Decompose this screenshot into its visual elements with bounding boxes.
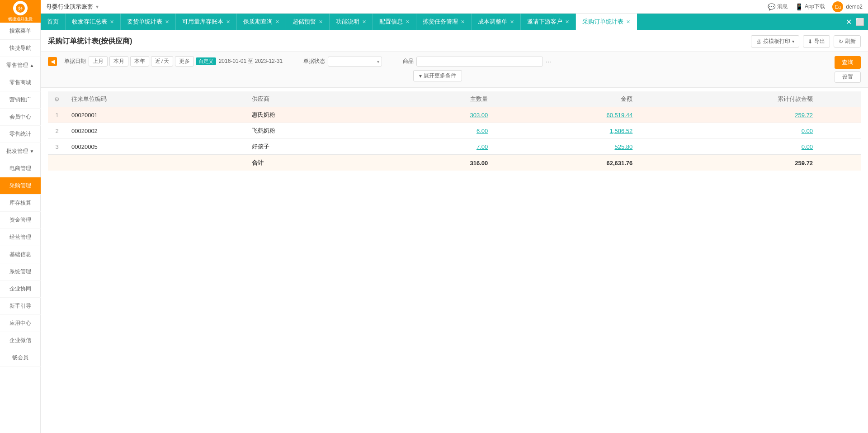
tab-home[interactable]: 首页 [41,14,66,30]
close-icon[interactable]: ✕ [110,19,114,25]
close-window-icon[interactable]: ✕ [846,18,852,26]
sidebar-item-app-center[interactable]: 应用中心 [0,315,41,332]
date-btn-7days[interactable]: 近7天 [151,56,173,67]
message-button[interactable]: 💬 消息 [768,3,788,10]
sidebar: 好 畅捷通好生意 搜索菜单 快捷导航 零售管理 ▲ 零售商城 营销推广 会员中心… [0,0,41,433]
filter-main-row: ◀ 单据日期 上月 本月 本年 近7天 更多 自定义 [48,56,861,83]
date-btn-this-year[interactable]: 本年 [130,56,149,67]
page-header: 采购订单统计表(按供应商) 🖨 按模板打印 ▾ ⬇ 导出 ↻ 刷新 [41,30,868,52]
close-icon[interactable]: ✕ [461,19,465,25]
sidebar-item-wechat[interactable]: 企业微信 [0,332,41,349]
tab-picking[interactable]: 拣货任务管理 ✕ [416,14,472,30]
close-icon[interactable]: ✕ [319,19,323,25]
date-btn-this-month[interactable]: 本月 [109,56,128,67]
tab-overstock[interactable]: 超储预警 ✕ [286,14,330,30]
sidebar-item-finance[interactable]: 资金管理 [0,212,41,229]
status-filter-label: 单据状态 [303,57,325,65]
date-quick-buttons: 上月 本月 本年 近7天 更多 自定义 [89,56,216,67]
close-icon[interactable]: ✕ [275,19,279,25]
sidebar-item-member[interactable]: 会员中心 [0,109,41,126]
topbar-left: 母婴行业演示账套 ▾ [46,3,99,11]
export-button[interactable]: ⬇ 导出 [803,35,830,48]
tab-config[interactable]: 配置信息 ✕ [373,14,416,30]
close-icon[interactable]: ✕ [510,19,514,25]
cell-qty-1[interactable]: 303.00 [381,107,493,123]
tab-order-stats[interactable]: 要货单统计表 ✕ [121,14,176,30]
app-download-button[interactable]: 📱 App下载 [795,3,825,10]
cell-qty-2[interactable]: 6.00 [381,123,493,139]
sidebar-item-quick-nav[interactable]: 快捷导航 [0,40,41,57]
sidebar-item-retail-stats[interactable]: 零售统计 [0,126,41,143]
footer-empty-1 [48,155,66,171]
topbar: 母婴行业演示账套 ▾ 💬 消息 📱 App下载 Ea demo2 [41,0,868,14]
close-icon[interactable]: ✕ [362,19,366,25]
close-icon[interactable]: ✕ [165,19,169,25]
settings-button[interactable]: 设置 [835,71,861,83]
expand-row: ▾ 展开更多条件 [48,70,827,81]
sidebar-item-purchase[interactable]: 采购管理 [0,177,41,195]
account-dropdown-icon[interactable]: ▾ [96,4,99,10]
tab-function[interactable]: 功能说明 ✕ [330,14,373,30]
col-qty: 主数量 [381,91,493,107]
cell-paid-1[interactable]: 259.72 [638,107,818,123]
tab-purchase-order-stats[interactable]: 采购订单统计表 ✕ [576,14,637,30]
cell-amount-2[interactable]: 1,586.52 [493,123,638,139]
sidebar-item-basic-info[interactable]: 基础信息 [0,246,41,263]
date-btn-last-month[interactable]: 上月 [89,56,108,67]
cell-paid-3[interactable]: 0.00 [638,139,818,155]
sidebar-item-enterprise[interactable]: 企业协同 [0,281,41,298]
cell-paid-2[interactable]: 0.00 [638,123,818,139]
sidebar-item-ecommerce[interactable]: 电商管理 [0,160,41,177]
sidebar-item-search[interactable]: 搜索菜单 [0,23,40,40]
table-body: 1 00020001 惠氏奶粉 303.00 60,519.44 259.72 … [48,107,861,155]
refresh-button[interactable]: ↻ 刷新 [834,35,861,48]
sidebar-item-inventory[interactable]: 库存核算 [0,195,41,212]
date-range-display: 2016-01-01 至 2023-12-31 [219,57,283,65]
goods-filter-label: 商品 [403,57,414,65]
close-icon-active[interactable]: ✕ [626,19,630,25]
tab-invite-customer[interactable]: 邀请下游客户 ✕ [521,14,576,30]
custom-badge: 自定义 [196,57,216,65]
cell-qty-3[interactable]: 7.00 [381,139,493,155]
filter-row-1: ◀ 单据日期 上月 本月 本年 近7天 更多 自定义 [48,56,827,67]
tab-recv-send[interactable]: 收发存汇总表 ✕ [66,14,121,30]
expand-button[interactable]: ▾ 展开更多条件 [413,70,462,81]
cell-amount-3[interactable]: 525.80 [493,139,638,155]
sidebar-item-guide[interactable]: 新手引导 [0,298,41,315]
table-row: 3 00020005 好孩子 7.00 525.80 0.00 [48,139,861,155]
tab-avail-inventory[interactable]: 可用量库存账本 ✕ [176,14,237,30]
goods-input[interactable] [416,57,543,67]
date-btn-more[interactable]: 更多 [175,56,194,67]
col-settings: ⚙ [48,91,66,107]
tab-expiry[interactable]: 保质期查询 ✕ [237,14,286,30]
sidebar-logo: 好 畅捷通好生意 [0,0,41,23]
sidebar-item-retail-shop[interactable]: 零售商城 [0,74,41,91]
close-icon[interactable]: ✕ [226,19,230,25]
logo-icon: 好 [13,1,28,15]
footer-amount: 62,631.76 [493,155,638,171]
sidebar-item-retail-management[interactable]: 零售管理 ▲ [0,57,41,74]
table-settings-icon[interactable]: ⚙ [54,96,60,103]
more-options-icon[interactable]: ··· [546,58,551,65]
sidebar-item-member2[interactable]: 畅会员 [0,349,41,366]
collapse-icon[interactable]: ◀ [48,57,57,66]
sidebar-item-operations[interactable]: 经营管理 [0,229,41,246]
user-info[interactable]: Ea demo2 [832,1,863,12]
tab-cost-adjust[interactable]: 成本调整单 ✕ [472,14,521,30]
close-icon[interactable]: ✕ [565,19,569,25]
cell-num-2: 2 [48,123,66,139]
sidebar-item-wholesale[interactable]: 批发管理 ▼ [0,143,41,160]
export-icon: ⬇ [808,38,812,45]
query-button[interactable]: 查询 [835,56,861,69]
close-icon[interactable]: ✕ [406,19,410,25]
footer-qty: 316.00 [381,155,493,171]
col-paid: 累计付款金额 [638,91,818,107]
maximize-icon[interactable]: ⬜ [855,18,864,26]
sidebar-item-marketing[interactable]: 营销推广 [0,91,41,109]
sidebar-item-system[interactable]: 系统管理 [0,263,41,281]
cell-amount-1[interactable]: 60,519.44 [493,107,638,123]
status-select[interactable] [328,57,382,67]
status-select-wrap [328,57,382,67]
print-button[interactable]: 🖨 按模板打印 ▾ [751,35,799,48]
print-dropdown-icon[interactable]: ▾ [792,39,794,44]
